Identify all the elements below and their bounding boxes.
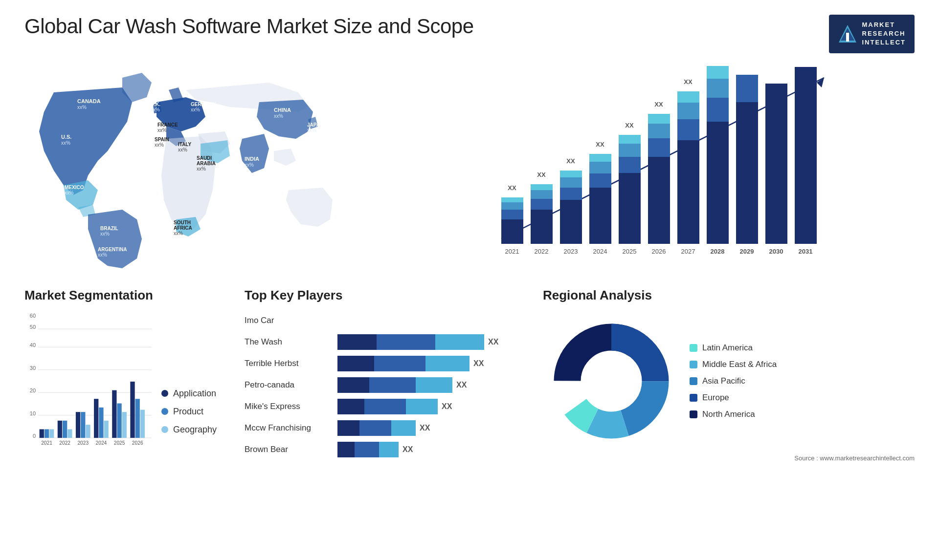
svg-text:30: 30 [30, 365, 36, 370]
legend-product: Product [161, 407, 217, 417]
svg-rect-125 [135, 399, 140, 438]
reg-legend-europe: Europe [690, 393, 777, 403]
svg-rect-44 [531, 190, 553, 199]
player-name: Mccw Franchising [245, 423, 333, 433]
reg-dot-middleeast [690, 361, 697, 368]
svg-rect-118 [104, 420, 109, 437]
map-container: CANADA xx% U.S. xx% MEXICO xx% BRAZIL xx… [24, 63, 367, 268]
reg-dot-europe [690, 394, 697, 402]
svg-text:JAPAN: JAPAN [307, 122, 323, 128]
player-name: Imo Car [245, 316, 333, 325]
svg-text:xx%: xx% [61, 140, 70, 146]
svg-text:xx%: xx% [245, 162, 254, 168]
svg-text:xx%: xx% [151, 107, 160, 112]
top-section: CANADA xx% U.S. xx% MEXICO xx% BRAZIL xx… [24, 63, 915, 268]
player-bar-wrap: XX [337, 399, 452, 414]
world-map: CANADA xx% U.S. xx% MEXICO xx% BRAZIL xx… [24, 63, 367, 268]
player-bar [337, 334, 484, 350]
legend-dot-geography [161, 426, 168, 433]
player-name: Brown Bear [245, 445, 333, 454]
svg-text:xx%: xx% [77, 105, 87, 110]
svg-text:xx%: xx% [307, 128, 316, 133]
svg-text:AFRICA: AFRICA [174, 225, 192, 231]
svg-text:INDIA: INDIA [245, 156, 259, 162]
growth-chart-container: XX XX XX XX [386, 63, 915, 268]
svg-rect-69 [677, 103, 699, 119]
key-players-title: Top Key Players [245, 288, 528, 303]
svg-rect-114 [86, 425, 90, 438]
svg-rect-55 [589, 154, 611, 162]
svg-text:2023: 2023 [77, 440, 89, 446]
player-bar-wrap: XX [337, 377, 467, 393]
segmentation-legend: Application Product Geography [161, 388, 217, 450]
player-row: The Wash XX [245, 334, 528, 350]
player-bar [337, 399, 438, 414]
svg-rect-116 [94, 399, 98, 438]
seg-chart-wrap: 0 10 20 30 40 50 60 [24, 313, 230, 450]
svg-text:40: 40 [30, 342, 36, 348]
player-bar [337, 377, 452, 393]
svg-text:2024: 2024 [593, 248, 607, 255]
logo-container: MARKET RESEARCH INTELLECT [829, 15, 915, 53]
svg-text:SOUTH: SOUTH [174, 220, 191, 225]
svg-text:XX: XX [684, 78, 693, 86]
svg-text:xx%: xx% [274, 113, 283, 119]
svg-rect-49 [560, 177, 582, 188]
svg-rect-105 [45, 429, 49, 438]
svg-rect-39 [501, 202, 523, 210]
svg-text:XX: XX [537, 171, 546, 178]
donut-chart [543, 313, 680, 450]
svg-text:2028: 2028 [711, 248, 725, 255]
svg-text:2025: 2025 [623, 248, 637, 255]
svg-text:XX: XX [566, 157, 575, 165]
svg-text:ARABIA: ARABIA [197, 161, 216, 166]
svg-rect-70 [677, 91, 699, 103]
svg-text:2027: 2027 [681, 248, 695, 255]
svg-rect-57 [619, 173, 641, 244]
svg-rect-62 [648, 157, 670, 244]
reg-dot-latam [690, 344, 697, 352]
players-list: Imo Car The Wash XX [245, 313, 528, 457]
svg-rect-67 [677, 140, 699, 244]
svg-rect-120 [112, 390, 116, 438]
svg-rect-37 [501, 219, 523, 244]
svg-text:xx%: xx% [174, 231, 183, 236]
reg-legend-latam: Latin America [690, 343, 777, 353]
svg-text:2021: 2021 [41, 440, 52, 446]
svg-text:CANADA: CANADA [77, 98, 101, 104]
logo-text: MARKET RESEARCH INTELLECT [862, 21, 906, 47]
svg-rect-126 [140, 409, 145, 438]
reg-dot-northamerica [690, 410, 697, 418]
svg-rect-42 [531, 210, 553, 244]
legend-geography: Geography [161, 425, 217, 435]
svg-text:2025: 2025 [114, 440, 125, 446]
svg-text:2026: 2026 [132, 440, 143, 446]
svg-rect-104 [40, 429, 44, 438]
svg-text:xx%: xx% [65, 190, 74, 195]
svg-text:XX: XX [625, 122, 634, 129]
svg-rect-72 [707, 122, 729, 244]
player-bar-wrap: XX [337, 356, 484, 371]
svg-text:xx%: xx% [100, 231, 110, 237]
reg-legend-middleeast: Middle East & Africa [690, 360, 777, 369]
svg-rect-75 [707, 66, 729, 79]
svg-text:XX: XX [508, 184, 516, 192]
svg-text:U.K.: U.K. [151, 102, 160, 107]
svg-text:ITALY: ITALY [178, 142, 192, 147]
player-name: Petro-canada [245, 380, 333, 390]
svg-rect-109 [63, 420, 67, 437]
svg-text:xx%: xx% [178, 147, 187, 152]
svg-rect-108 [58, 420, 62, 437]
donut-hole [581, 351, 642, 411]
svg-rect-43 [531, 199, 553, 210]
svg-rect-122 [122, 412, 127, 438]
svg-text:xx%: xx% [157, 128, 167, 133]
svg-rect-121 [117, 403, 121, 438]
logo-icon [838, 24, 857, 43]
svg-rect-59 [619, 144, 641, 157]
svg-text:FRANCE: FRANCE [157, 122, 178, 128]
source-text: Source : www.marketresearchintellect.com [543, 454, 915, 462]
svg-rect-63 [648, 138, 670, 157]
svg-text:U.S.: U.S. [61, 134, 71, 140]
svg-rect-38 [501, 210, 523, 219]
